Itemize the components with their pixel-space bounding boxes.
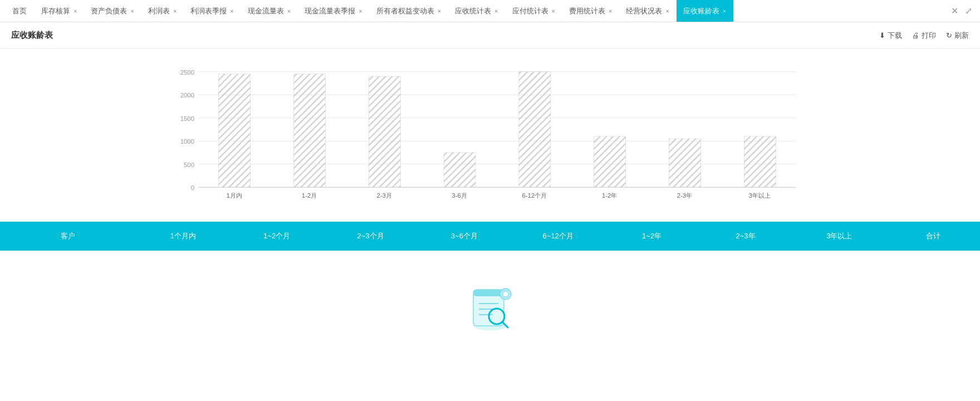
- table-header-3-6month: 3~6个月: [418, 231, 511, 241]
- bar-2-3year: [669, 139, 700, 187]
- refresh-button[interactable]: ↻ 刷新: [946, 31, 969, 41]
- svg-text:2-3年: 2-3年: [677, 192, 692, 199]
- window-maximize-button[interactable]: ⤢: [965, 6, 972, 16]
- svg-text:0: 0: [191, 184, 194, 191]
- tab-ar-stat[interactable]: 应收统计表 ×: [448, 0, 505, 22]
- table-header-2-3month: 2~3个月: [324, 231, 417, 241]
- window-close-button[interactable]: ✕: [951, 6, 958, 16]
- tab-ap-stat-close[interactable]: ×: [552, 8, 555, 14]
- svg-text:1-2年: 1-2年: [602, 192, 617, 199]
- table-header-1month: 1个月内: [136, 231, 230, 241]
- table-header-1-2month: 1~2个月: [230, 231, 324, 241]
- svg-text:3年以上: 3年以上: [749, 192, 771, 199]
- bar-chart: 0 500 1000 1500 2000 2500: [17, 60, 963, 216]
- tab-ar-aging-close[interactable]: ×: [723, 8, 726, 14]
- chart-area: 0 500 1000 1500 2000 2500: [0, 49, 980, 222]
- svg-text:1500: 1500: [180, 115, 194, 122]
- bar-6-12month: [519, 72, 551, 187]
- tab-equity[interactable]: 所有者权益变动表 ×: [370, 0, 448, 22]
- bar-2-3month: [369, 76, 400, 187]
- download-button[interactable]: ⬇ 下载: [879, 31, 902, 41]
- download-icon: ⬇: [879, 31, 885, 40]
- print-icon: 🖨: [912, 31, 919, 40]
- svg-text:1000: 1000: [180, 138, 194, 145]
- tab-home[interactable]: 首页: [4, 6, 35, 16]
- chart-container: 0 500 1000 1500 2000 2500: [17, 60, 963, 216]
- tab-inventory[interactable]: 库存核算 ×: [35, 0, 84, 22]
- bar-1-2year: [594, 136, 626, 187]
- tab-ar-aging[interactable]: 应收账龄表 ×: [677, 0, 733, 22]
- tab-cashflow-close[interactable]: ×: [287, 8, 291, 14]
- tab-operations[interactable]: 经营状况表 ×: [619, 0, 676, 22]
- tab-operations-close[interactable]: ×: [665, 8, 669, 14]
- refresh-icon: ↻: [946, 31, 952, 40]
- tab-profit[interactable]: 利润表 ×: [141, 0, 184, 22]
- svg-text:1月内: 1月内: [226, 192, 242, 199]
- table-header-6-12month: 6~12个月: [511, 231, 605, 241]
- tab-balance-close[interactable]: ×: [130, 8, 134, 14]
- svg-text:2500: 2500: [180, 69, 194, 76]
- tab-cashflow-quarterly-close[interactable]: ×: [359, 8, 362, 14]
- tab-profit-quarterly-close[interactable]: ×: [230, 8, 233, 14]
- print-button[interactable]: 🖨 打印: [912, 31, 936, 41]
- bar-3plus-year: [744, 136, 776, 187]
- tab-expense-stat[interactable]: 费用统计表 ×: [562, 0, 619, 22]
- tab-ap-stat[interactable]: 应付统计表 ×: [506, 0, 562, 22]
- tab-profit-close[interactable]: ×: [173, 8, 177, 14]
- tab-profit-quarterly[interactable]: 利润表季报 ×: [184, 0, 241, 22]
- page-title: 应收账龄表: [11, 30, 53, 41]
- table-header-total: 合计: [886, 231, 980, 241]
- bar-1month: [219, 74, 251, 187]
- table-header-1-2year: 1~2年: [605, 231, 698, 241]
- svg-rect-25: [473, 290, 504, 296]
- bar-1-2month: [293, 74, 325, 187]
- table-header-3plus-year: 3年以上: [792, 231, 886, 241]
- tab-expense-stat-close[interactable]: ×: [609, 8, 612, 14]
- main-content: 0 500 1000 1500 2000 2500: [0, 49, 980, 401]
- table-header-2-3year: 2~3年: [699, 231, 792, 241]
- svg-text:6-12个月: 6-12个月: [522, 192, 547, 199]
- tab-balance[interactable]: 资产负债表 ×: [84, 0, 141, 22]
- svg-text:1-2月: 1-2月: [302, 192, 317, 199]
- tab-cashflow-quarterly[interactable]: 现金流量表季报 ×: [298, 0, 369, 22]
- header-actions: ⬇ 下载 🖨 打印 ↻ 刷新: [879, 31, 969, 41]
- table-header-client: 客户: [0, 231, 136, 241]
- tab-ar-stat-close[interactable]: ×: [494, 8, 498, 14]
- tab-bar: 首页 库存核算 × 资产负债表 × 利润表 × 利润表季报 × 现金流量表 × …: [0, 0, 980, 22]
- svg-point-32: [503, 291, 508, 297]
- svg-text:2-3月: 2-3月: [376, 192, 391, 199]
- svg-text:500: 500: [184, 162, 194, 168]
- empty-state: [0, 251, 980, 401]
- table-header: 客户 1个月内 1~2个月 2~3个月 3~6个月 6~12个月 1~2年 2~…: [0, 222, 980, 251]
- page-header: 应收账龄表 ⬇ 下载 🖨 打印 ↻ 刷新: [0, 22, 980, 49]
- svg-text:2000: 2000: [180, 92, 194, 99]
- empty-illustration: [457, 273, 523, 340]
- tab-equity-close[interactable]: ×: [438, 8, 441, 14]
- tab-inventory-close[interactable]: ×: [74, 8, 77, 14]
- bar-3-6month: [444, 153, 476, 187]
- tab-cashflow[interactable]: 现金流量表 ×: [241, 0, 298, 22]
- svg-text:3-6月: 3-6月: [452, 192, 467, 199]
- window-controls: ✕ ⤢: [951, 6, 976, 16]
